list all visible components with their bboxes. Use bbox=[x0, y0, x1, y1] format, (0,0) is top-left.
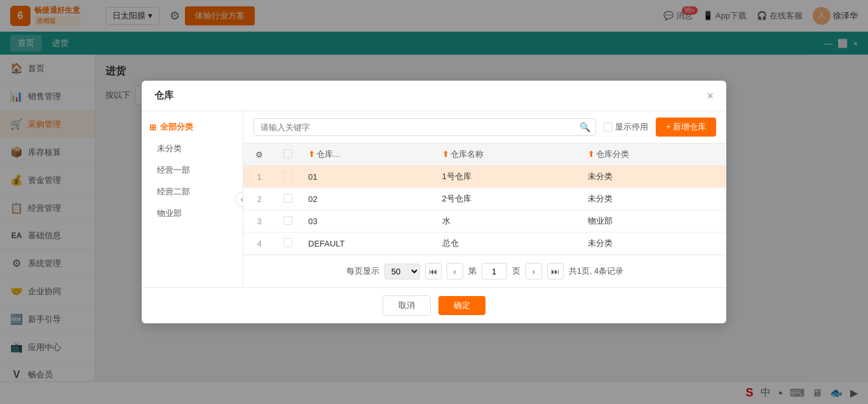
category-item-ops2[interactable]: 经营二部 bbox=[142, 181, 243, 203]
right-toolbar: 🔍 显示停用 + 新增仓库 bbox=[243, 111, 726, 144]
table-header-row: ⚙ ⬆仓库... ⬆仓库名称 ⬆仓库分类 bbox=[243, 144, 726, 166]
row-code: 03 bbox=[301, 210, 435, 232]
col-category: ⬆仓库分类 bbox=[580, 144, 726, 166]
table-row[interactable]: 3 03 水 物业部 bbox=[243, 210, 726, 232]
first-page-button[interactable]: ⏮ bbox=[425, 263, 442, 279]
sort-icon-cat: ⬆ bbox=[588, 149, 595, 159]
grid-icon: ⊞ bbox=[149, 123, 156, 132]
row-category: 未分类 bbox=[580, 188, 726, 210]
row-name: 总仓 bbox=[435, 232, 581, 255]
last-page-button[interactable]: ⏭ bbox=[547, 263, 564, 279]
sort-icon-name: ⬆ bbox=[442, 149, 449, 159]
row-num: 4 bbox=[243, 232, 275, 255]
row-check[interactable] bbox=[275, 188, 301, 210]
dialog-body: ⊞ 全部分类 未分类 经营一部 经营二部 物业部 « 🔍 bbox=[142, 111, 726, 287]
warehouse-dialog: 仓库 × ⊞ 全部分类 未分类 经营一部 经营二部 物业部 « bbox=[142, 81, 726, 323]
col-name: ⬆仓库名称 bbox=[435, 144, 581, 166]
show-disabled-toggle[interactable]: 显示停用 bbox=[604, 121, 648, 133]
row-check[interactable] bbox=[275, 166, 301, 188]
show-disabled-checkbox[interactable] bbox=[604, 123, 613, 131]
table-row[interactable]: 1 01 1号仓库 未分类 bbox=[243, 166, 726, 188]
col-check bbox=[275, 144, 301, 166]
row-code: DEFAULT bbox=[301, 232, 435, 255]
new-warehouse-button[interactable]: + 新增仓库 bbox=[656, 118, 716, 137]
row-num: 2 bbox=[243, 188, 275, 210]
table-row[interactable]: 2 02 2号仓库 未分类 bbox=[243, 188, 726, 210]
select-all-checkbox[interactable] bbox=[283, 149, 292, 158]
table-wrap: ⚙ ⬆仓库... ⬆仓库名称 ⬆仓库分类 1 bbox=[243, 144, 726, 255]
dialog-title: 仓库 bbox=[154, 90, 173, 102]
row-name: 2号仓库 bbox=[435, 188, 581, 210]
row-check[interactable] bbox=[275, 232, 301, 255]
row-check[interactable] bbox=[275, 210, 301, 232]
category-item-ops1[interactable]: 经营一部 bbox=[142, 159, 243, 181]
modal-overlay: 仓库 × ⊞ 全部分类 未分类 经营一部 经营二部 物业部 « bbox=[0, 0, 868, 404]
row-code: 02 bbox=[301, 188, 435, 210]
category-panel: ⊞ 全部分类 未分类 经营一部 经营二部 物业部 « bbox=[142, 111, 243, 287]
per-page-select[interactable]: 50 100 bbox=[384, 264, 420, 279]
confirm-button[interactable]: 确定 bbox=[438, 296, 485, 315]
category-item-property[interactable]: 物业部 bbox=[142, 203, 243, 224]
dialog-close-button[interactable]: × bbox=[707, 90, 714, 102]
pagination: 每页显示 50 100 ⏮ ‹ 第 页 › ⏭ 共1页, 4条记录 bbox=[243, 255, 726, 287]
row-name: 水 bbox=[435, 210, 581, 232]
row-name: 1号仓库 bbox=[435, 166, 581, 188]
search-box: 🔍 bbox=[254, 118, 596, 136]
category-item-unclassified[interactable]: 未分类 bbox=[142, 138, 243, 159]
next-page-button[interactable]: › bbox=[526, 263, 542, 279]
row-category: 未分类 bbox=[580, 166, 726, 188]
row-category: 未分类 bbox=[580, 232, 726, 255]
row-num: 3 bbox=[243, 210, 275, 232]
col-settings: ⚙ bbox=[243, 144, 275, 166]
all-categories-item[interactable]: ⊞ 全部分类 bbox=[142, 116, 243, 138]
cancel-button[interactable]: 取消 bbox=[383, 295, 431, 316]
warehouse-table: ⚙ ⬆仓库... ⬆仓库名称 ⬆仓库分类 1 bbox=[243, 144, 726, 255]
table-row[interactable]: 4 DEFAULT 总仓 未分类 bbox=[243, 232, 726, 255]
search-input[interactable] bbox=[254, 119, 574, 135]
row-num: 1 bbox=[243, 166, 275, 188]
page-number-input[interactable] bbox=[482, 263, 507, 279]
dialog-footer: 取消 确定 bbox=[142, 287, 726, 323]
prev-page-button[interactable]: ‹ bbox=[447, 263, 463, 279]
row-category: 物业部 bbox=[580, 210, 726, 232]
right-panel: 🔍 显示停用 + 新增仓库 ⚙ bbox=[243, 111, 726, 287]
dialog-header: 仓库 × bbox=[142, 81, 726, 111]
search-icon[interactable]: 🔍 bbox=[574, 119, 595, 135]
col-code: ⬆仓库... bbox=[301, 144, 435, 166]
sort-icon: ⬆ bbox=[308, 149, 315, 159]
row-code: 01 bbox=[301, 166, 435, 188]
